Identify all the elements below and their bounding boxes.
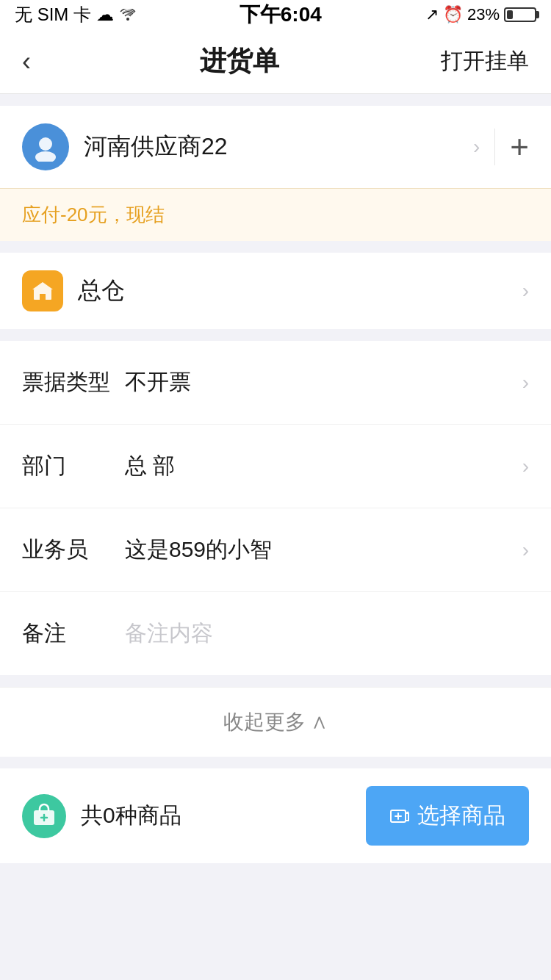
- supplier-section: 河南供应商22 › + 应付-20元，现结: [0, 106, 551, 241]
- svg-point-1: [39, 137, 52, 151]
- form-row-department[interactable]: 部门 总 部 ›: [0, 425, 551, 508]
- collapse-button[interactable]: 收起更多 ∧: [0, 687, 551, 757]
- ticket-type-value: 不开票: [125, 367, 522, 397]
- nav-bar: ‹ 进货单 打开挂单: [0, 29, 551, 94]
- product-count: 共0种商品: [81, 801, 366, 831]
- status-right: ↗ ⏰ 23%: [425, 5, 536, 24]
- svg-point-0: [126, 18, 129, 21]
- status-bar: 无 SIM 卡 ☁ 下午6:04 ↗ ⏰ 23%: [0, 0, 551, 29]
- divider: [494, 129, 495, 165]
- select-product-label: 选择商品: [417, 801, 505, 831]
- ticket-type-label: 票据类型: [22, 367, 125, 397]
- ticket-type-chevron-icon: ›: [522, 371, 529, 394]
- sim-label: 无 SIM 卡 ☁: [15, 3, 114, 26]
- department-label: 部门: [22, 451, 125, 481]
- warehouse-section[interactable]: 总仓 ›: [0, 253, 551, 329]
- location-icon: ↗: [425, 5, 439, 24]
- svg-marker-4: [32, 282, 53, 289]
- form-row-remark[interactable]: 备注 备注内容: [0, 592, 551, 675]
- salesperson-chevron-icon: ›: [522, 538, 529, 562]
- notice-bar: 应付-20元，现结: [0, 188, 551, 241]
- battery-label: 23%: [467, 5, 500, 24]
- status-left: 无 SIM 卡 ☁: [15, 3, 136, 26]
- select-product-button[interactable]: 选择商品: [366, 786, 529, 846]
- battery-icon: [504, 7, 536, 22]
- product-icon: [22, 794, 66, 838]
- warehouse-chevron-icon: ›: [522, 279, 529, 303]
- supplier-row[interactable]: 河南供应商22 › +: [0, 106, 551, 188]
- supplier-name: 河南供应商22: [84, 131, 473, 163]
- warehouse-name: 总仓: [78, 275, 522, 307]
- salesperson-label: 业务员: [22, 535, 125, 565]
- status-time: 下午6:04: [240, 1, 322, 29]
- add-supplier-button[interactable]: +: [510, 131, 529, 163]
- supplier-avatar: [22, 123, 69, 170]
- bottom-area: [0, 863, 551, 980]
- remark-label: 备注: [22, 619, 125, 649]
- warehouse-row[interactable]: 总仓 ›: [0, 253, 551, 329]
- wifi-icon: [120, 4, 136, 25]
- open-pending-button[interactable]: 打开挂单: [441, 46, 529, 76]
- form-row-ticket-type[interactable]: 票据类型 不开票 ›: [0, 341, 551, 425]
- department-chevron-icon: ›: [522, 455, 529, 478]
- department-value: 总 部: [125, 451, 522, 481]
- product-bar: 共0种商品 选择商品: [0, 768, 551, 863]
- content-area: 河南供应商22 › + 应付-20元，现结 总仓 › 票据类型 不开票 ›: [0, 106, 551, 980]
- page-title: 进货单: [200, 43, 279, 79]
- svg-rect-5: [40, 294, 46, 300]
- salesperson-value: 这是859的小智: [125, 535, 522, 565]
- back-button[interactable]: ‹: [15, 39, 38, 84]
- svg-point-2: [35, 151, 56, 162]
- alarm-icon: ⏰: [443, 5, 463, 24]
- remark-input[interactable]: 备注内容: [125, 619, 529, 649]
- form-section: 票据类型 不开票 › 部门 总 部 › 业务员 这是859的小智 › 备注 备注…: [0, 341, 551, 675]
- supplier-chevron-icon: ›: [473, 135, 480, 159]
- form-row-salesperson[interactable]: 业务员 这是859的小智 ›: [0, 508, 551, 592]
- warehouse-icon: [22, 270, 63, 311]
